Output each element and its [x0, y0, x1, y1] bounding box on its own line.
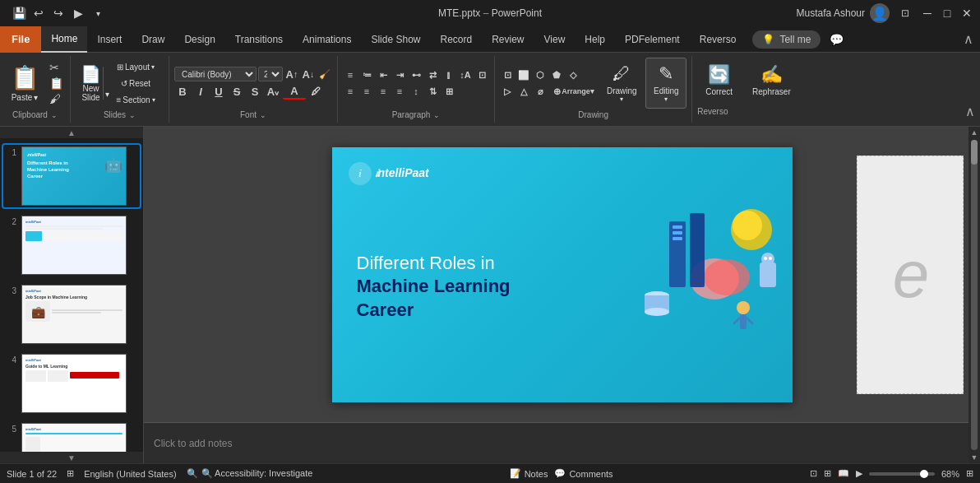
qat-more-button[interactable]: ▾	[89, 4, 107, 22]
drawing-button[interactable]: 🖊 Drawing ▾	[601, 58, 642, 108]
tab-record[interactable]: Record	[430, 26, 482, 53]
normal-view-button[interactable]: ⊡	[810, 468, 817, 479]
paste-button[interactable]: 📋	[11, 64, 39, 91]
format-painter-button[interactable]: 🖌	[48, 91, 65, 106]
shape-1[interactable]: ⊡	[500, 67, 515, 82]
tab-view[interactable]: View	[534, 26, 576, 53]
smart-art-button[interactable]: ⊷	[409, 67, 423, 82]
arrange-button[interactable]: Arrange▾	[566, 84, 590, 99]
rephraser-button[interactable]: ✍ Rephraser	[744, 59, 799, 101]
slides-scroll[interactable]: 1 𝑖ntelliPaat Different Roles inMachine …	[0, 138, 143, 452]
correct-button[interactable]: 🔄 Correct	[697, 59, 741, 101]
shape-3[interactable]: ⬡	[533, 67, 548, 82]
comments-button[interactable]: 💬	[827, 30, 845, 49]
tab-home[interactable]: Home	[41, 26, 87, 53]
tab-draw[interactable]: Draw	[132, 26, 174, 53]
tab-transitions[interactable]: Transitions	[225, 26, 293, 53]
font-family-select[interactable]: Calibri (Body)	[174, 67, 257, 81]
present-button[interactable]: ▶	[69, 4, 87, 22]
char-spacing-button[interactable]: Aᵥ	[265, 83, 281, 100]
comments-button[interactable]: 💬 Comments	[554, 468, 612, 479]
copy-button[interactable]: 📋	[48, 76, 65, 91]
rtl-button[interactable]: ⇄	[425, 67, 440, 82]
zoom-thumb[interactable]	[920, 470, 928, 478]
underline-button[interactable]: U	[210, 83, 227, 100]
decrease-indent-button[interactable]: ⇤	[376, 67, 391, 82]
editing-button[interactable]: ✎ Editing ▾	[645, 58, 686, 109]
accessibility-button[interactable]: 🔍 🔍 Accessibility: Investigate	[187, 468, 313, 479]
increase-indent-button[interactable]: ⇥	[392, 67, 407, 82]
section-button[interactable]: ≡Section▾	[116, 92, 155, 107]
save-button[interactable]: 💾	[10, 4, 28, 22]
paragraph-expand-icon[interactable]: ⌄	[433, 111, 440, 119]
shadow-button[interactable]: S	[247, 83, 263, 100]
ribbon-collapse-button[interactable]: ∧	[957, 31, 980, 47]
slide-thumb-3[interactable]: 3 𝑖ntelliPaat Job Scope in Machine Learn…	[3, 283, 140, 346]
slides-expand-icon[interactable]: ⌄	[129, 111, 136, 119]
column-break-button[interactable]: ⊞	[441, 84, 456, 99]
numbering-button[interactable]: ≔	[359, 67, 374, 82]
tab-slideshow[interactable]: Slide Show	[361, 26, 430, 53]
clipboard-expand-icon[interactable]: ⌄	[51, 111, 58, 119]
decrease-font-button[interactable]: A↓	[301, 67, 316, 81]
slide-layout-button[interactable]: ⊞	[67, 468, 74, 479]
font-size-select[interactable]: 24	[258, 67, 283, 81]
justify-button[interactable]: ≡	[392, 84, 407, 99]
tab-file[interactable]: File	[0, 26, 41, 53]
scroll-thumb[interactable]	[971, 140, 978, 165]
zoom-slider[interactable]	[869, 472, 935, 476]
slide-thumb-4[interactable]: 4 𝑖ntelliPaat Guide to ML Learning	[3, 352, 140, 415]
tab-insert[interactable]: Insert	[87, 26, 132, 53]
redo-button[interactable]: ↪	[49, 4, 67, 22]
maximize-button[interactable]: □	[941, 7, 954, 20]
layout-button[interactable]: ⊞Layout▾	[116, 59, 155, 74]
tab-design[interactable]: Design	[174, 26, 224, 53]
text-direction-button[interactable]: ↕A	[458, 67, 473, 82]
columns-button[interactable]: ⫿	[441, 67, 456, 82]
shape-5[interactable]: ◇	[566, 67, 580, 82]
scroll-down-arrow[interactable]: ▼	[968, 452, 980, 463]
user-avatar[interactable]: 👤	[870, 3, 890, 23]
center-align-button[interactable]: ≡	[359, 84, 374, 99]
slides-scroll-up[interactable]: ▲	[0, 127, 143, 138]
tab-pdfelement[interactable]: PDFelement	[615, 26, 690, 53]
fit-window-button[interactable]: ⊞	[966, 468, 973, 479]
close-button[interactable]: ✕	[960, 7, 973, 20]
slides-scroll-down[interactable]: ▼	[0, 452, 143, 463]
align-right-button[interactable]: ≡	[376, 84, 391, 99]
bold-button[interactable]: B	[174, 83, 191, 100]
reading-view-button[interactable]: 📖	[838, 468, 849, 479]
tell-me-box[interactable]: 💡 Tell me	[752, 30, 821, 49]
slide-thumb-5[interactable]: 5 𝑖ntelliPaat	[3, 421, 140, 452]
align-left-button[interactable]: ≡	[343, 84, 358, 99]
language-indicator[interactable]: English (United States)	[84, 469, 177, 479]
shape-2[interactable]: ⬜	[516, 67, 531, 82]
tab-review[interactable]: Review	[482, 26, 534, 53]
clear-format-button[interactable]: 🧹	[317, 67, 332, 81]
line-spacing-button[interactable]: ↕	[409, 84, 423, 99]
new-slide-button[interactable]: 📄 New Slide ▾	[76, 61, 114, 105]
tab-animations[interactable]: Animations	[293, 26, 361, 53]
notes-button[interactable]: 📝 Notes	[510, 468, 548, 479]
shape-7[interactable]: △	[516, 84, 531, 99]
shape-8[interactable]: ⌀	[533, 84, 548, 99]
scroll-up-arrow[interactable]: ▲	[968, 127, 980, 138]
ribbon-display-button[interactable]: ⊡	[896, 4, 914, 22]
slide-thumb-2[interactable]: 2 𝑖ntelliPaat	[3, 214, 140, 276]
text-highlight-button[interactable]: 🖊	[307, 83, 324, 100]
slide-thumb-1[interactable]: 1 𝑖ntelliPaat Different Roles inMachine …	[3, 145, 140, 207]
undo-button[interactable]: ↩	[30, 4, 48, 22]
slideshow-button[interactable]: ▶	[856, 468, 862, 479]
bullets-button[interactable]: ≡	[343, 67, 358, 82]
shape-6[interactable]: ▷	[500, 84, 515, 99]
tab-reverso[interactable]: Reverso	[690, 26, 747, 53]
shape-4[interactable]: ⬟	[549, 67, 564, 82]
font-color-button[interactable]: A	[283, 83, 306, 100]
increase-font-button[interactable]: A↑	[284, 67, 299, 81]
font-expand-icon[interactable]: ⌄	[260, 111, 266, 119]
paste-label[interactable]: Paste ▾	[12, 93, 39, 102]
para-spacing-button[interactable]: ⇅	[425, 84, 440, 99]
tab-help[interactable]: Help	[575, 26, 615, 53]
cut-button[interactable]: ✂	[48, 60, 65, 75]
notes-area[interactable]: Click to add notes	[144, 422, 980, 463]
